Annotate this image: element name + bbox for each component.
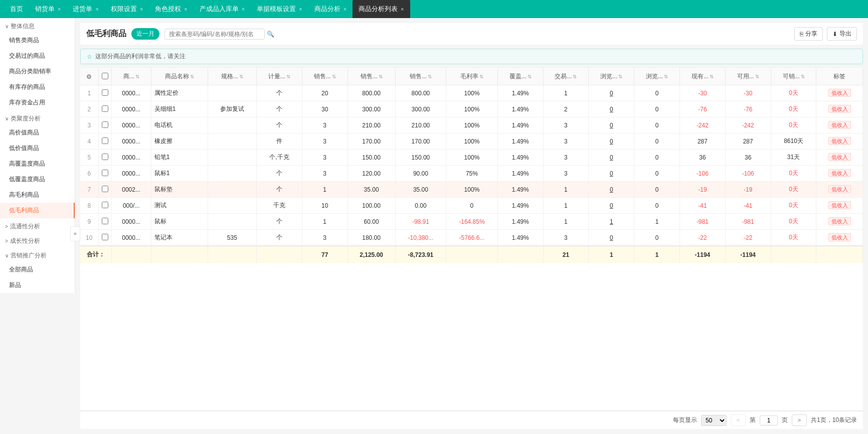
col-coverage[interactable]: 覆盖...⇅ (497, 68, 543, 85)
nav-role-auth[interactable]: 角色授权 × (149, 0, 193, 18)
row-select-checkbox[interactable] (102, 121, 108, 128)
row-select-checkbox[interactable] (102, 218, 108, 224)
sidebar-section-circulation[interactable]: > 流通性分析 (0, 218, 75, 233)
row-browse1[interactable]: 0 (589, 198, 634, 214)
col-settings[interactable]: ⚙ (80, 68, 98, 85)
prev-page-button[interactable]: ＜ (731, 414, 746, 426)
col-transactions[interactable]: 交易...⇅ (543, 68, 589, 85)
sidebar-item-high-margin[interactable]: 高毛利商品 (0, 187, 75, 203)
row-browse1[interactable]: 0 (589, 150, 634, 166)
select-all-checkbox[interactable] (102, 73, 108, 79)
sidebar-item-high-value[interactable]: 高价值商品 (0, 125, 75, 140)
row-checkbox[interactable] (98, 198, 111, 214)
sidebar-item-traded-products[interactable]: 交易过的商品 (0, 48, 75, 64)
footer-empty-code (111, 246, 151, 263)
nav-product-inbound[interactable]: 产成品入库单 × (194, 0, 251, 18)
row-select-checkbox[interactable] (102, 234, 108, 240)
sidebar-collapse-button[interactable]: « (70, 226, 80, 241)
sidebar-item-low-value[interactable]: 低价值商品 (0, 140, 75, 156)
search-icon[interactable]: 🔍 (267, 31, 274, 38)
sidebar-item-low-margin[interactable]: 低毛利商品 (0, 203, 75, 218)
row-select-checkbox[interactable] (102, 137, 108, 144)
nav-purchase-order[interactable]: 进货单 × (67, 0, 104, 18)
sidebar-section-overall[interactable]: ∨ 整体信息 (0, 18, 75, 33)
close-icon[interactable]: × (299, 6, 302, 12)
row-checkbox[interactable] (98, 182, 111, 198)
col-sales-qty[interactable]: 销售...⇅ (302, 68, 348, 85)
row-browse1[interactable]: 0 (589, 182, 634, 198)
row-select-checkbox[interactable] (102, 89, 108, 96)
row-select-checkbox[interactable] (102, 154, 108, 160)
col-available[interactable]: 可用...⇅ (725, 68, 771, 85)
nav-permission-setting[interactable]: 权限设置 × (105, 0, 149, 18)
col-name[interactable]: 商品名称⇅ (151, 68, 208, 85)
row-checkbox[interactable] (98, 133, 111, 150)
data-table-container[interactable]: ⚙ 商...⇅ 商品名称⇅ 规格...⇅ 计量...⇅ 销售...⇅ 销售...… (80, 68, 863, 410)
col-browse1[interactable]: 浏览...⇅ (589, 68, 634, 85)
row-browse1[interactable]: 1 (589, 214, 634, 230)
nav-template-setting[interactable]: 单据模板设置 × (251, 0, 308, 18)
row-browse1[interactable]: 0 (589, 230, 634, 246)
col-gross-rate[interactable]: 毛利率⇅ (446, 68, 498, 85)
sidebar-section-marketing[interactable]: ∨ 营销推广分析 (0, 247, 75, 262)
nav-home[interactable]: 首页 (4, 0, 29, 18)
row-browse1[interactable]: 0 (589, 166, 634, 182)
row-transactions: 1 (543, 182, 589, 198)
filter-recent-month-button[interactable]: 近一月 (131, 28, 159, 40)
col-browse2[interactable]: 浏览...⇅ (634, 68, 680, 85)
search-input[interactable] (164, 29, 265, 40)
col-checkbox-all[interactable] (98, 68, 111, 85)
row-checkbox[interactable] (98, 166, 111, 182)
nav-product-analysis[interactable]: 商品分析 × (308, 0, 353, 18)
sidebar-item-category-sales-rate[interactable]: 商品分类助销率 (0, 64, 75, 79)
row-checkbox[interactable] (98, 214, 111, 230)
row-checkbox[interactable] (98, 117, 111, 133)
col-sales-profit[interactable]: 销售...⇅ (395, 68, 446, 85)
close-icon[interactable]: × (140, 6, 143, 12)
share-button[interactable]: ⎘ 分享 (794, 27, 823, 41)
close-icon[interactable]: × (184, 6, 187, 12)
close-icon[interactable]: × (343, 6, 346, 12)
row-browse1[interactable]: 0 (589, 85, 634, 101)
sidebar-item-inventory-capital[interactable]: 库存资金占用 (0, 95, 75, 110)
nav-sales-order[interactable]: 销货单 × (29, 0, 67, 18)
close-icon[interactable]: × (58, 6, 61, 12)
col-unit[interactable]: 计量...⇅ (256, 68, 302, 85)
sidebar-item-all-products[interactable]: 全部商品 (0, 262, 75, 277)
sidebar-section-cluster[interactable]: ∨ 类聚度分析 (0, 110, 75, 125)
col-stock[interactable]: 现有...⇅ (679, 68, 725, 85)
sidebar-item-sales-products[interactable]: 销售类商品 (0, 33, 75, 48)
close-icon[interactable]: × (95, 6, 98, 12)
row-checkbox[interactable] (98, 101, 111, 117)
per-page-select[interactable]: 10 20 50 100 (701, 415, 727, 426)
row-select-checkbox[interactable] (102, 186, 108, 192)
row-browse1[interactable]: 0 (589, 133, 634, 150)
row-sales-qty: 3 (302, 166, 348, 182)
row-checkbox[interactable] (98, 85, 111, 101)
close-icon[interactable]: × (242, 6, 245, 12)
row-sales-profit: -98.91 (395, 214, 446, 230)
next-page-button[interactable]: ＞ (792, 414, 807, 426)
col-sales-amt[interactable]: 销售...⇅ (348, 68, 395, 85)
sidebar-item-stocked-products[interactable]: 有库存的商品 (0, 79, 75, 95)
row-sellable: 31天 (771, 150, 816, 166)
row-browse1[interactable]: 0 (589, 101, 634, 117)
sidebar-section-growth[interactable]: > 成长性分析 (0, 233, 75, 247)
close-icon[interactable]: × (401, 6, 404, 12)
nav-product-analysis-list[interactable]: 商品分析列表 × (353, 0, 410, 18)
sidebar-item-low-coverage[interactable]: 低覆盖度商品 (0, 172, 75, 187)
export-button[interactable]: ⬇ 导出 (827, 27, 857, 41)
col-code[interactable]: 商...⇅ (111, 68, 151, 85)
sidebar-item-new-products[interactable]: 新品 (0, 277, 75, 293)
row-select-checkbox[interactable] (102, 170, 108, 176)
sidebar-item-high-coverage[interactable]: 高覆盖度商品 (0, 156, 75, 172)
page-number-input[interactable] (760, 415, 778, 425)
row-browse1[interactable]: 0 (589, 117, 634, 133)
row-checkbox[interactable] (98, 230, 111, 246)
col-sellable[interactable]: 可销...⇅ (771, 68, 816, 85)
col-spec[interactable]: 规格...⇅ (208, 68, 256, 85)
row-unit: 个 (256, 230, 302, 246)
row-select-checkbox[interactable] (102, 202, 108, 208)
row-checkbox[interactable] (98, 150, 111, 166)
row-select-checkbox[interactable] (102, 105, 108, 112)
